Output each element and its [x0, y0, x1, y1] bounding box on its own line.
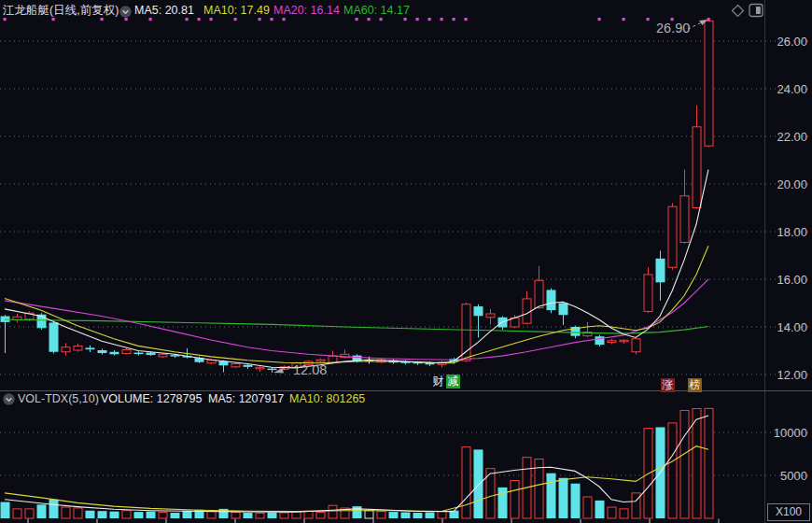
price-axis-label: 24.00 — [777, 82, 807, 96]
ma10-value-label: MA10: 17.49 — [203, 3, 270, 18]
price-axis-label: 16.00 — [777, 273, 807, 287]
page-title: 江龙船艇(日线,前复权) — [3, 3, 119, 18]
volume-indicator-label: VOL-TDX(5,10) — [18, 391, 99, 406]
chevron-down-icon[interactable] — [3, 392, 15, 409]
badge-jian[interactable]: 减 — [446, 375, 460, 389]
ma5-value-label: MA5: 20.81 — [134, 3, 194, 18]
volume-ma5-label: MA5: 1207917 — [208, 391, 284, 406]
badge-zhang[interactable]: 涨 — [661, 378, 675, 392]
badge-cai[interactable]: 财 — [431, 375, 445, 389]
price-axis-label: 12.00 — [777, 368, 807, 382]
ma20-value-label: MA20: 16.14 — [273, 3, 340, 18]
price-axis-label: 14.00 — [777, 320, 807, 334]
volume-ma10-label: MA10: 801265 — [289, 391, 365, 406]
price-axis-label: 18.00 — [777, 225, 807, 239]
volume-axis-label: 10000 — [774, 426, 807, 440]
chevron-down-icon[interactable] — [119, 5, 132, 21]
high-price-annotation: 26.90 — [656, 21, 690, 35]
candlestick-chart-canvas[interactable] — [0, 0, 812, 523]
right-panel-toggle-icon[interactable] — [749, 3, 764, 21]
price-axis-label: 20.00 — [777, 177, 807, 191]
ma60-value-label: MA60: 14.17 — [343, 3, 410, 18]
price-axis-label: 26.00 — [777, 35, 807, 49]
volume-unit-label: X100 — [767, 503, 810, 521]
price-axis-label: 22.00 — [777, 130, 807, 144]
badge-bang[interactable]: 榜 — [688, 378, 702, 392]
diamond-icon[interactable] — [731, 4, 745, 21]
low-price-annotation: 12.08 — [293, 362, 327, 377]
stock-chart-window: 江龙船艇(日线,前复权) MA5: 20.81 MA10: 17.49 MA20… — [0, 0, 812, 523]
volume-value-label: VOLUME: 1278795 — [101, 391, 202, 406]
volume-axis-label: 5000 — [780, 469, 807, 483]
